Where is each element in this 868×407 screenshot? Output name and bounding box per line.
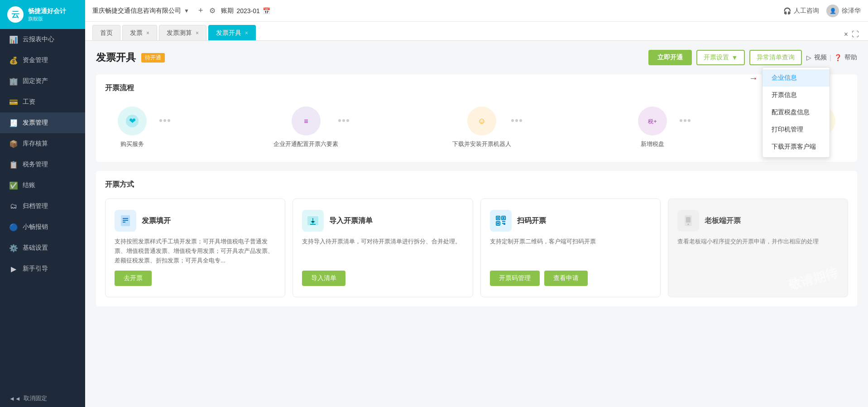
sidebar-label-gudingzichan: 固定资产 — [23, 77, 48, 85]
settings-button[interactable]: ⚙ — [209, 6, 216, 15]
dropdown-item-qiyeinfo[interactable]: 企业信息 — [762, 69, 830, 87]
dropdown-item-xiazai[interactable]: 下载开票客户端 — [762, 138, 830, 155]
sidebar-item-shuiwu[interactable]: 📋 税务管理 — [0, 154, 85, 175]
sidebar-nav: 📊 云报表中心 💰 资金管理 🏢 固定资产 💳 工资 🧾 发票管理 📦 库存核算… — [0, 29, 85, 390]
sidebar-item-yunbao[interactable]: 📊 云报表中心 — [0, 29, 85, 50]
tab-fapiaokaiju[interactable]: 发票开具 × — [208, 25, 256, 40]
method-scan-buttons: 开票码管理 查看申请 — [490, 271, 651, 286]
top-bar: 重庆畅捷交通信息咨询有限公司 ▼ + ⚙ 账期 2023-01 📅 🎧 人工咨询… — [85, 0, 868, 22]
method-scan-header: 扫码开票 — [490, 210, 651, 232]
add-button[interactable]: + — [198, 6, 203, 15]
tab-fapiaosuan[interactable]: 发票测算 × — [159, 25, 206, 40]
settings-button[interactable]: 开票设置 ▼ — [696, 50, 745, 65]
svg-text:≡: ≡ — [304, 117, 308, 125]
tab-fapiao-close-icon[interactable]: × — [146, 30, 149, 36]
flow-step-buy: ❤ 购买服务 — [105, 107, 159, 148]
method-card-fill: 发票填开 支持按照发票样式手工填开发票；可开具增值税电子普通发票、增值税普通发票… — [105, 199, 285, 297]
flow-section-title: 开票流程 — [105, 83, 848, 93]
calendar-icon[interactable]: 📅 — [263, 7, 270, 15]
user-info[interactable]: 👤 徐泽华 — [826, 5, 861, 17]
logo-icon: 云 — [7, 6, 24, 23]
topbar-actions: + ⚙ — [198, 6, 216, 15]
sidebar-item-gongzi[interactable]: 💳 工资 — [0, 92, 85, 112]
sidebar-cancel-pin: 取消固定 — [24, 394, 47, 402]
headset-icon: 🎧 — [783, 7, 791, 15]
tab-fapiaokaiju-label: 发票开具 — [216, 29, 241, 37]
method-card-import: 导入开票清单 支持导入待开票清单，可对待开票清单进行拆分、合并处理。 导入清单 — [293, 199, 473, 297]
divider: | — [830, 54, 831, 61]
sidebar-item-fapiao[interactable]: 🧾 发票管理 — [0, 112, 85, 133]
topbar-right: 🎧 人工咨询 👤 徐泽华 — [783, 5, 861, 17]
tab-fapiaokaiju-close-icon[interactable]: × — [245, 30, 248, 36]
company-name: 重庆畅捷交通信息咨询有限公司 — [92, 7, 181, 15]
logo-title: 畅捷通好会计 — [28, 7, 66, 15]
sidebar-label-fapiao: 发票管理 — [23, 119, 48, 127]
sidebar-icon-jiezhang: ✅ — [9, 181, 18, 190]
sidebar-label-jiezhang: 结账 — [23, 181, 35, 189]
sidebar-label-xiaochang: 小畅报销 — [23, 223, 48, 231]
logo-subtitle: 旗舰版 — [28, 15, 66, 22]
methods-section: 开票方式 发票填开 支持按照发票样式手工填开发票；可开具增值税电子普通发票、增值… — [96, 171, 857, 306]
period-label: 账期 — [221, 7, 234, 15]
methods-section-title: 开票方式 — [105, 180, 848, 189]
tab-fapiaosuan-label: 发票测算 — [167, 29, 192, 37]
tab-close-all-button[interactable]: × — [842, 29, 850, 40]
play-icon: ▷ — [806, 54, 811, 61]
dropdown-item-peizhi[interactable]: 配置税盘信息 — [762, 104, 830, 121]
tab-fapiaosuan-close-icon[interactable]: × — [196, 30, 199, 36]
dropdown-item-dayinji[interactable]: 打印机管理 — [762, 121, 830, 138]
method-fill-header: 发票填开 — [115, 210, 276, 232]
svg-text:☺: ☺ — [478, 116, 486, 126]
step-icon-buy: ❤ — [118, 107, 147, 136]
settings-label: 开票设置 — [704, 53, 729, 62]
tab-home-label: 首页 — [100, 29, 113, 37]
sidebar-item-xinshou[interactable]: ▶ 新手引导 — [0, 258, 85, 279]
step-label-download: 下载并安装开票机器人 — [452, 140, 511, 148]
flow-connector-2 — [338, 119, 452, 122]
activate-button[interactable]: 立即开通 — [648, 50, 692, 65]
sidebar-item-zijin[interactable]: 💰 资金管理 — [0, 50, 85, 71]
method-import-button[interactable]: 导入清单 — [302, 271, 345, 286]
avatar: 👤 — [826, 5, 839, 17]
sidebar-bottom-action[interactable]: ◄◄ 取消固定 — [0, 390, 85, 407]
svg-rect-21 — [497, 223, 499, 224]
abnormal-button[interactable]: 异常清单查询 — [749, 50, 802, 65]
dropdown-item-kaipiainfo[interactable]: 开票信息 — [762, 87, 830, 104]
flow-steps: ❤ 购买服务 ≡ 企业开通配置开 — [105, 102, 848, 153]
company-selector[interactable]: 重庆畅捷交通信息咨询有限公司 ▼ — [92, 7, 189, 15]
sidebar-item-kucun[interactable]: 📦 库存核算 — [0, 133, 85, 154]
sidebar-item-gudingzichan[interactable]: 🏢 固定资产 — [0, 71, 85, 92]
sidebar-label-jichu: 基础设置 — [23, 244, 48, 252]
svg-rect-19 — [497, 217, 499, 219]
svg-point-27 — [687, 224, 689, 225]
user-name: 徐泽华 — [842, 7, 861, 15]
sidebar-label-shuiwu: 税务管理 — [23, 160, 48, 169]
method-scan-desc: 支持定制开票二维码，客户端可扫码开票 — [490, 237, 651, 265]
method-fill-button[interactable]: 去开票 — [115, 271, 152, 286]
flow-connector-3 — [511, 119, 625, 122]
settings-chevron-icon: ▼ — [732, 54, 738, 61]
sidebar-icon-guidang: 🗂 — [9, 202, 18, 211]
method-card-scan: 扫码开票 支持定制开票二维码，客户端可扫码开票 开票码管理 查看申请 — [480, 199, 661, 297]
period-info: 账期 2023-01 📅 — [221, 7, 270, 15]
sidebar-item-jiezhang[interactable]: ✅ 结账 — [0, 175, 85, 196]
tab-home[interactable]: 首页 — [92, 25, 120, 40]
video-help-button[interactable]: ▷ 视频 | ❓ 帮助 — [806, 53, 857, 62]
service-button[interactable]: 🎧 人工咨询 — [783, 7, 819, 15]
svg-rect-26 — [686, 217, 691, 223]
tab-expand-button[interactable]: ⛶ — [850, 29, 861, 40]
method-scan-button1[interactable]: 开票码管理 — [490, 271, 540, 286]
sidebar-item-xiaochang[interactable]: 🔵 小畅报销 — [0, 217, 85, 237]
method-card-boss: 老板端开票 查看老板端小程序提交的开票申请，并作出相应的处理 敬请期待 — [668, 199, 848, 297]
sidebar: 云 畅捷通好会计 旗舰版 📊 云报表中心 💰 资金管理 🏢 固定资产 💳 工资 … — [0, 0, 85, 407]
method-fill-desc: 支持按照发票样式手工填开发票；可开具增值税电子普通发票、增值税普通发票、增值税专… — [115, 237, 276, 265]
sidebar-item-jichu[interactable]: ⚙️ 基础设置 — [0, 237, 85, 258]
status-badge: 待开通 — [141, 53, 165, 63]
method-scan-button2[interactable]: 查看申请 — [544, 271, 588, 286]
method-boss-icon — [677, 210, 699, 232]
method-import-title: 导入开票清单 — [329, 216, 373, 226]
sidebar-item-guidang[interactable]: 🗂 归档管理 — [0, 196, 85, 217]
tab-fapiao[interactable]: 发票 × — [122, 25, 157, 40]
method-import-icon — [302, 210, 324, 232]
tab-bar: 首页 发票 × 发票测算 × 发票开具 × × ⛶ — [85, 22, 868, 41]
